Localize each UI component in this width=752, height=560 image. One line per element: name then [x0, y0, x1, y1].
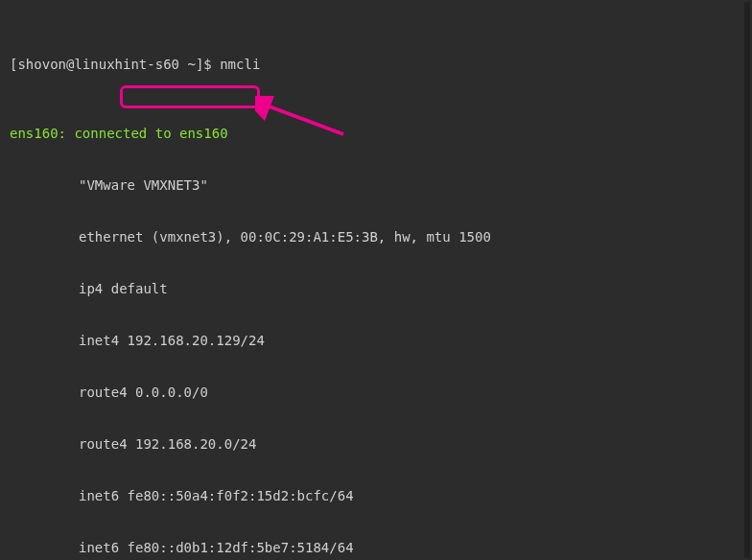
- prompt-path: ~: [179, 57, 196, 72]
- ens160-i6a: inet6 fe80::50a4:f0f2:15d2:bcfc/64: [79, 487, 354, 504]
- ens160-i6b: inet6 fe80::d0b1:12df:5be7:5184/64: [79, 539, 354, 556]
- ens160-inet4-ip: 192.168.20.129: [128, 333, 241, 348]
- ens160-r4b: route4 192.168.20.0/24: [79, 435, 256, 453]
- ens160-inet4-mask: /24: [241, 333, 265, 348]
- ens160-mac: ethernet (vmxnet3), 00:0C:29:A1:E5:3B, h…: [79, 228, 491, 245]
- prompt-user-host: shovon@linuxhint-s60: [17, 57, 179, 72]
- highlight-box: [120, 85, 260, 108]
- ens160-header: ens160: connected to ens160: [10, 126, 228, 141]
- ens160-inet4: inet4 192.168.20.129/24: [79, 332, 265, 349]
- ens160-descr: "VMware VMXNET3": [79, 176, 208, 194]
- ens160-r4a: route4 0.0.0.0/0: [79, 384, 208, 401]
- command-text: nmcli: [220, 57, 260, 72]
- ens160-ip4d: ip4 default: [79, 280, 168, 297]
- prompt-close: ]$: [196, 57, 220, 72]
- prompt-line: [shovon@linuxhint-s60 ~]$ nmcli: [2, 54, 750, 73]
- scrollbar[interactable]: [744, 2, 750, 558]
- ens160-inet4-label: inet4: [79, 333, 128, 348]
- terminal-window[interactable]: [shovon@linuxhint-s60 ~]$ nmcli ens160: …: [2, 2, 750, 558]
